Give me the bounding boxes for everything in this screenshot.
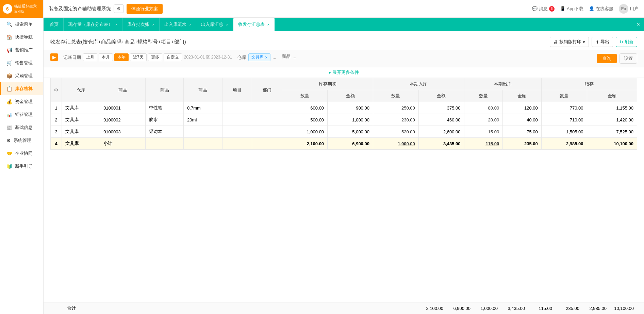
th-open-qty: 数量 xyxy=(282,90,328,102)
cell-in-qty[interactable]: 520.00 xyxy=(373,126,418,138)
cell-name xyxy=(145,138,183,150)
date-btn-自定义[interactable]: 自定义 xyxy=(164,53,182,61)
sidebar-item-search[interactable]: 🔍搜索菜单 xyxy=(0,18,43,31)
th-settings[interactable]: ⚙ xyxy=(51,78,62,102)
tab-recv-send-summary[interactable]: 收发存汇总表× xyxy=(233,18,275,31)
guide-icon: 🔰 xyxy=(6,164,12,169)
goods-more-button[interactable]: ... xyxy=(293,54,296,59)
cell-warehouse: 文具库 xyxy=(62,138,100,150)
experience-button[interactable]: 体验行业方案 xyxy=(127,4,163,14)
th-name: 商品 xyxy=(145,78,183,102)
messages-button[interactable]: 💬 消息 6 xyxy=(532,6,555,12)
warehouse-more-button[interactable]: ... xyxy=(273,55,276,60)
date-btn-本月[interactable]: 本月 xyxy=(99,53,113,61)
goods-filter-section: 商品 ... xyxy=(282,53,296,60)
app-download-button[interactable]: 📱 App下载 xyxy=(560,6,583,12)
online-service-button[interactable]: 👤 在线客服 xyxy=(589,6,613,12)
app-download-label: App下载 xyxy=(567,6,583,12)
cell-close-qty: 710.00 xyxy=(541,114,587,126)
sidebar-item-guide[interactable]: 🔰新手引导 xyxy=(0,160,43,173)
cell-close-amt: 10,100.00 xyxy=(587,138,637,150)
expand-conditions-button[interactable]: ▾ 展开更多条件 xyxy=(329,69,359,76)
data-table: ⚙ 仓库 商品 商品 商品 项目 部门 库存期初 本期入库 本期出库 结存 xyxy=(50,78,637,150)
sidebar-item-marketing[interactable]: 📢营销推广 xyxy=(0,44,43,56)
finance-icon: 💰 xyxy=(6,99,12,104)
query-button[interactable]: 查询 xyxy=(597,54,617,63)
sidebar-logo: 6 畅捷通好生意 标准版 xyxy=(0,0,43,18)
cell-dept xyxy=(252,126,282,138)
filter-toggle-button[interactable]: ▶ xyxy=(50,53,58,61)
table-wrapper: ⚙ 仓库 商品 商品 商品 项目 部门 库存期初 本期入库 本期出库 结存 xyxy=(44,78,644,156)
cell-project xyxy=(222,114,252,126)
cell-out-amt: 75.00 xyxy=(503,126,542,138)
tab-close-icon[interactable]: × xyxy=(267,22,269,27)
message-icon: 💬 xyxy=(532,6,538,11)
sidebar-item-system[interactable]: ⚙系统管理 xyxy=(0,134,43,147)
cell-out-qty[interactable]: 20.00 xyxy=(464,114,503,126)
user-menu[interactable]: Ea 用户 xyxy=(619,4,639,14)
gear-button[interactable]: ⚙ xyxy=(114,4,124,13)
tab-close-icon[interactable]: × xyxy=(226,22,228,27)
sidebar-item-basic-info[interactable]: 📰基础信息 xyxy=(0,121,43,134)
cell-open-qty: 600.00 xyxy=(282,102,328,114)
cell-in-qty[interactable]: 250.00 xyxy=(373,102,418,114)
cell-open-qty: 2,100.00 xyxy=(282,138,328,150)
page-actions: 🖨 拨销版打印 ▾ ⬆ 导出 ↻ 刷新 xyxy=(550,37,637,47)
tab-label: 出入库流水 xyxy=(164,21,186,28)
th-warehouse: 仓库 xyxy=(62,78,100,102)
tab-inout-flow[interactable]: 出入库流水× xyxy=(160,18,196,31)
tab-home[interactable]: 首页 xyxy=(45,18,64,31)
cell-out-qty[interactable]: 80.00 xyxy=(464,102,503,114)
th-close-amt: 金额 xyxy=(587,90,637,102)
logo-title: 畅捷通好生意 xyxy=(14,4,37,9)
print-button[interactable]: 🖨 拨销版打印 ▾ xyxy=(550,37,589,47)
tab-inventory-dist[interactable]: 现存量（库存分布表）× xyxy=(64,18,122,31)
cell-close-amt: 7,525.00 xyxy=(587,126,637,138)
table-row: 3 文具库 0100003 采访本 1,000.00 5,000.00 520.… xyxy=(51,126,637,138)
sidebar-item-inventory[interactable]: 📋库存核算 xyxy=(0,82,43,95)
sidebar-item-quick-nav[interactable]: 🏠快捷导航 xyxy=(0,31,43,44)
page-title: 收发存汇总表(按仓库+商品编码+商品+规格型号+项目+部门) xyxy=(50,39,186,45)
cell-project xyxy=(222,126,252,138)
close-all-tabs-button[interactable]: × xyxy=(634,20,643,29)
date-btn-上月[interactable]: 上月 xyxy=(83,53,97,61)
tab-close-icon[interactable]: × xyxy=(152,22,154,27)
sidebar-item-label: 新手引导 xyxy=(15,163,33,169)
filter-bar: ▶ 记账日期 上月本月本年近7天更多自定义 2023-01-01 至 2023-… xyxy=(44,50,644,67)
tab-close-icon[interactable]: × xyxy=(189,22,191,27)
warehouse-tag[interactable]: 文具库 × xyxy=(248,53,270,61)
sidebar-item-finance[interactable]: 💰资金管理 xyxy=(0,95,43,108)
cell-warehouse: 文具库 xyxy=(62,114,100,126)
date-btn-更多[interactable]: 更多 xyxy=(148,53,162,61)
export-icon: ⬆ xyxy=(595,39,599,45)
tab-inout-summary[interactable]: 出入库汇总× xyxy=(196,18,233,31)
filter-settings-button[interactable]: 设置 xyxy=(620,53,637,64)
table-row: 1 文具库 0100001 中性笔 0.7mm 600.00 900.00 25… xyxy=(51,102,637,114)
sidebar-item-enterprise[interactable]: 🤝企业协同 xyxy=(0,147,43,160)
export-button[interactable]: ⬆ 导出 xyxy=(592,37,613,47)
th-in-qty: 数量 xyxy=(373,90,418,102)
footer-open-qty: 2,100.00 xyxy=(419,306,447,311)
user-label: 用户 xyxy=(630,6,639,12)
tab-close-icon[interactable]: × xyxy=(115,22,117,27)
sidebar-item-label: 库存核算 xyxy=(15,86,33,92)
cell-in-qty[interactable]: 230.00 xyxy=(373,114,418,126)
warehouse-filter-section: 仓库 文具库 × ... xyxy=(237,53,276,61)
sidebar-item-label: 基础信息 xyxy=(15,125,33,131)
cell-spec: 20ml xyxy=(184,114,222,126)
cell-spec xyxy=(184,126,222,138)
footer-out-qty: 115.00 xyxy=(528,306,556,311)
footer-label: 合计 xyxy=(61,305,82,311)
date-btn-本年[interactable]: 本年 xyxy=(114,53,129,61)
cell-close-amt: 1,155.00 xyxy=(587,102,637,114)
logo-icon: 6 xyxy=(3,4,12,14)
sidebar-item-sales[interactable]: 🛒销售管理 xyxy=(0,56,43,69)
sidebar-item-purchase[interactable]: 📦采购管理 xyxy=(0,69,43,82)
warehouse-tag-close-icon[interactable]: × xyxy=(265,55,267,60)
tab-batch[interactable]: 库存批次账× xyxy=(122,18,159,31)
sidebar-item-operations[interactable]: 📊经营管理 xyxy=(0,108,43,121)
cell-out-qty[interactable]: 15.00 xyxy=(464,126,503,138)
cell-code: 0100001 xyxy=(100,102,146,114)
date-btn-近7天[interactable]: 近7天 xyxy=(130,53,147,61)
refresh-button[interactable]: ↻ 刷新 xyxy=(616,37,637,47)
